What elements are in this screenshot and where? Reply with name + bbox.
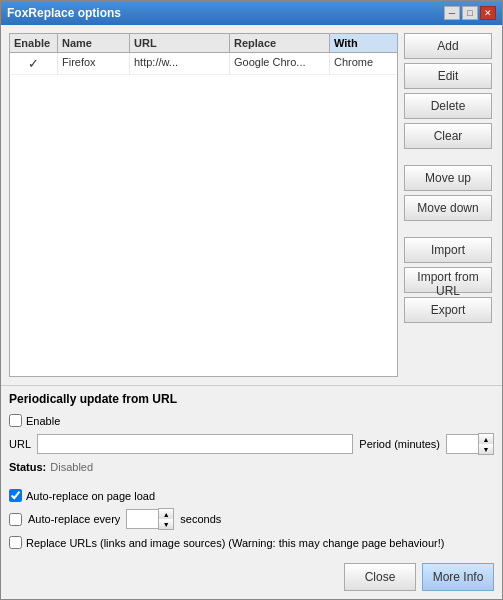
header-replace: Replace [230, 34, 330, 52]
row-enable: ✓ [10, 53, 58, 74]
window: FoxReplace options ─ □ ✕ Enable Name URL… [0, 0, 503, 600]
header-enable: Enable [10, 34, 58, 52]
header-name: Name [58, 34, 130, 52]
period-input[interactable]: 1 [446, 434, 478, 454]
seconds-spinner: 1 ▲ ▼ [126, 508, 174, 530]
move-down-button[interactable]: Move down [404, 195, 492, 221]
close-button[interactable]: Close [344, 563, 416, 591]
auto-replace-every-row: Auto-replace every 1 ▲ ▼ seconds [9, 508, 494, 530]
title-bar: FoxReplace options ─ □ ✕ [1, 1, 502, 25]
import-from-url-button[interactable]: Import from URL [404, 267, 492, 293]
row-name: Firefox [58, 53, 130, 74]
more-info-button[interactable]: More Info [422, 563, 494, 591]
replace-urls-row: Replace URLs (links and image sources) (… [9, 536, 494, 549]
table-body: ✓ Firefox http://w... Google Chro... Chr… [10, 53, 397, 376]
period-spinner: 1 ▲ ▼ [446, 433, 494, 455]
bottom-section: Periodically update from URL Enable URL … [1, 385, 502, 557]
row-url: http://w... [130, 53, 230, 74]
import-button[interactable]: Import [404, 237, 492, 263]
seconds-input[interactable]: 1 [126, 509, 158, 529]
periodic-enable-label: Enable [26, 415, 60, 427]
auto-replace-load-checkbox[interactable] [9, 489, 22, 502]
replace-urls-label: Replace URLs (links and image sources) (… [26, 537, 444, 549]
header-with: With [330, 34, 397, 52]
title-bar-controls: ─ □ ✕ [444, 6, 496, 20]
auto-replace-every-checkbox[interactable] [9, 513, 22, 526]
period-label: Period (minutes) [359, 438, 440, 450]
footer: Close More Info [1, 557, 502, 599]
spinner-up-button[interactable]: ▲ [479, 434, 493, 444]
auto-replace-load-label: Auto-replace on page load [26, 490, 155, 502]
status-label: Status: [9, 461, 46, 473]
row-with: Chrome [330, 53, 397, 74]
right-panel: Add Edit Delete Clear Move up Move down … [404, 33, 494, 377]
close-window-button[interactable]: ✕ [480, 6, 496, 20]
rules-table: Enable Name URL Replace With ✓ Firefox h… [9, 33, 398, 377]
auto-replace-load-row: Auto-replace on page load [9, 489, 494, 502]
clear-button[interactable]: Clear [404, 123, 492, 149]
header-url: URL [130, 34, 230, 52]
periodic-enable-checkbox[interactable] [9, 414, 22, 427]
table-row[interactable]: ✓ Firefox http://w... Google Chro... Chr… [10, 53, 397, 75]
periodic-enable-row: Enable [9, 414, 494, 427]
spinner-buttons: ▲ ▼ [478, 433, 494, 455]
maximize-button[interactable]: □ [462, 6, 478, 20]
window-title: FoxReplace options [7, 6, 121, 20]
export-button[interactable]: Export [404, 297, 492, 323]
table-header: Enable Name URL Replace With [10, 34, 397, 53]
status-value: Disabled [50, 461, 93, 473]
seconds-spinner-down[interactable]: ▼ [159, 519, 173, 529]
seconds-label: seconds [180, 513, 221, 525]
move-up-button[interactable]: Move up [404, 165, 492, 191]
minimize-button[interactable]: ─ [444, 6, 460, 20]
seconds-spinner-up[interactable]: ▲ [159, 509, 173, 519]
separator-2 [404, 225, 494, 233]
url-row: URL Period (minutes) 1 ▲ ▼ [9, 433, 494, 455]
row-replace: Google Chro... [230, 53, 330, 74]
separator-1 [404, 153, 494, 161]
seconds-spinner-buttons: ▲ ▼ [158, 508, 174, 530]
status-row: Status: Disabled [9, 461, 494, 473]
add-button[interactable]: Add [404, 33, 492, 59]
left-panel: Enable Name URL Replace With ✓ Firefox h… [9, 33, 398, 377]
delete-button[interactable]: Delete [404, 93, 492, 119]
edit-button[interactable]: Edit [404, 63, 492, 89]
main-content: Enable Name URL Replace With ✓ Firefox h… [1, 25, 502, 385]
spinner-down-button[interactable]: ▼ [479, 444, 493, 454]
replace-urls-checkbox[interactable] [9, 536, 22, 549]
periodic-section-title: Periodically update from URL [9, 392, 494, 406]
auto-replace-every-label: Auto-replace every [28, 513, 120, 525]
url-label: URL [9, 438, 31, 450]
url-input[interactable] [37, 434, 353, 454]
